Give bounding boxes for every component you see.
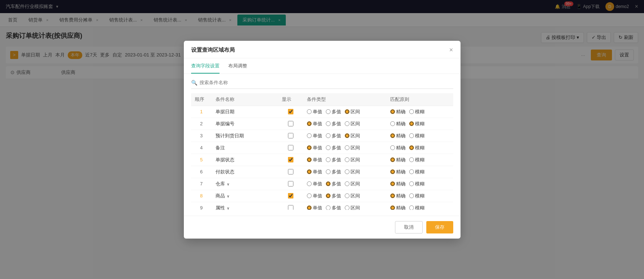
tab-query-fields[interactable]: 查询字段设置 — [191, 63, 220, 74]
modal-header: 设置查询区域布局 × — [184, 41, 461, 58]
show-checkbox[interactable] — [288, 109, 293, 114]
row-order: 1 — [191, 106, 212, 118]
modal-tabs: 查询字段设置 布局调整 — [184, 58, 461, 74]
type-multi[interactable]: 多值 — [326, 121, 341, 127]
table-row: 5 单据状态 单值 多值 区间 — [191, 154, 453, 166]
table-row: 8 商品 ∨ 单值 多值 区间 — [191, 190, 453, 202]
show-checkbox[interactable] — [288, 121, 293, 126]
row-name: 仓库 ∨ — [212, 178, 278, 190]
row-order: 6 — [191, 166, 212, 178]
row-type: 单值 多值 区间 — [303, 202, 387, 210]
row-match: 精确 模糊 — [387, 130, 453, 142]
show-checkbox[interactable] — [288, 169, 293, 174]
table-row: 9 属性 ∨ 单值 多值 区间 — [191, 202, 453, 210]
row-type: 单值 多值 区间 — [303, 190, 387, 202]
row-match: 精确 模糊 — [387, 190, 453, 202]
cancel-button[interactable]: 取消 — [395, 221, 423, 233]
modal-footer: 取消 保存 — [184, 216, 461, 239]
conditions-table: 顺序 条件名称 显示 条件类型 匹配原则 1 单据日期 — [191, 93, 453, 210]
search-input[interactable] — [199, 80, 453, 85]
modal-title: 设置查询区域布局 — [191, 47, 235, 54]
show-checkbox[interactable] — [288, 205, 293, 210]
row-match: 精确 模糊 — [387, 154, 453, 166]
row-name: 单据状态 — [212, 154, 278, 166]
row-order: 8 — [191, 190, 212, 202]
row-order: 5 — [191, 154, 212, 166]
row-show — [278, 190, 303, 202]
row-dropdown-icon: ∨ — [227, 194, 229, 198]
row-show — [278, 118, 303, 130]
match-fuzzy[interactable]: 模糊 — [409, 121, 424, 127]
row-show — [278, 106, 303, 118]
row-order: 3 — [191, 130, 212, 142]
row-type: 单值 多值 区间 — [303, 154, 387, 166]
row-show — [278, 142, 303, 154]
row-show — [278, 154, 303, 166]
table-row: 3 预计到货日期 单值 多值 区间 — [191, 130, 453, 142]
show-checkbox[interactable] — [288, 145, 293, 150]
row-name: 单据编号 — [212, 118, 278, 130]
row-show — [278, 202, 303, 210]
row-type: 单值 多值 区间 — [303, 106, 387, 118]
row-match: 精确 模糊 — [387, 166, 453, 178]
row-match: 精确 模糊 — [387, 106, 453, 118]
save-button[interactable]: 保存 — [426, 221, 453, 233]
row-match: 精确 模糊 — [387, 118, 453, 130]
modal-close-button[interactable]: × — [449, 47, 453, 53]
table-row: 1 单据日期 单值 多值 区间 — [191, 106, 453, 118]
row-type: 单值 多值 区间 — [303, 142, 387, 154]
show-checkbox[interactable] — [288, 193, 293, 199]
show-checkbox[interactable] — [288, 133, 293, 138]
row-name: 预计到货日期 — [212, 130, 278, 142]
tab-layout-adjust[interactable]: 布局调整 — [228, 63, 247, 74]
row-show — [278, 130, 303, 142]
modal-overlay: 设置查询区域布局 × 查询字段设置 布局调整 🔍 顺序 条件名称 — [0, 0, 644, 279]
row-order: 4 — [191, 142, 212, 154]
th-name: 条件名称 — [212, 93, 278, 106]
type-single[interactable]: 单值 — [307, 121, 322, 127]
table-row: 2 单据编号 单值 多值 区间 — [191, 118, 453, 130]
row-type: 单值 多值 区间 — [303, 178, 387, 190]
th-order: 顺序 — [191, 93, 212, 106]
row-show — [278, 178, 303, 190]
row-type: 单值 多值 区间 — [303, 166, 387, 178]
row-order: 7 — [191, 178, 212, 190]
type-range[interactable]: 区间 — [345, 109, 360, 115]
show-checkbox[interactable] — [288, 157, 293, 162]
row-show — [278, 166, 303, 178]
row-order: 9 — [191, 202, 212, 210]
row-name: 单据日期 — [212, 106, 278, 118]
search-bar: 🔍 — [191, 80, 453, 89]
modal-body: 🔍 顺序 条件名称 显示 条件类型 匹配原则 — [184, 74, 461, 216]
table-header-row: 顺序 条件名称 显示 条件类型 匹配原则 — [191, 93, 453, 106]
row-dropdown-icon: ∨ — [227, 206, 229, 210]
row-type: 单值 多值 区间 — [303, 130, 387, 142]
settings-modal: 设置查询区域布局 × 查询字段设置 布局调整 🔍 顺序 条件名称 — [184, 41, 461, 239]
match-fuzzy[interactable]: 模糊 — [409, 109, 424, 115]
table-row: 7 仓库 ∨ 单值 多值 区间 — [191, 178, 453, 190]
row-name: 付款状态 — [212, 166, 278, 178]
match-exact[interactable]: 精确 — [390, 109, 406, 115]
type-single[interactable]: 单值 — [307, 109, 322, 115]
th-match: 匹配原则 — [387, 93, 453, 106]
row-order: 2 — [191, 118, 212, 130]
row-type: 单值 多值 区间 — [303, 118, 387, 130]
th-show: 显示 — [278, 93, 303, 106]
row-name: 商品 ∨ — [212, 190, 278, 202]
row-name: 备注 — [212, 142, 278, 154]
table-row: 6 付款状态 单值 多值 区间 — [191, 166, 453, 178]
row-match: 精确 模糊 — [387, 178, 453, 190]
table-row: 4 备注 单值 多值 区间 — [191, 142, 453, 154]
row-match: 精确 模糊 — [387, 142, 453, 154]
type-multi[interactable]: 多值 — [326, 109, 341, 115]
row-dropdown-icon: ∨ — [227, 182, 229, 186]
type-range[interactable]: 区间 — [345, 121, 360, 127]
th-type: 条件类型 — [303, 93, 387, 106]
row-match: 精确 模糊 — [387, 202, 453, 210]
match-exact[interactable]: 精确 — [390, 121, 406, 127]
show-checkbox[interactable] — [288, 181, 293, 186]
row-name: 属性 ∨ — [212, 202, 278, 210]
search-icon: 🔍 — [191, 80, 197, 86]
conditions-table-container: 顺序 条件名称 显示 条件类型 匹配原则 1 单据日期 — [191, 93, 453, 210]
